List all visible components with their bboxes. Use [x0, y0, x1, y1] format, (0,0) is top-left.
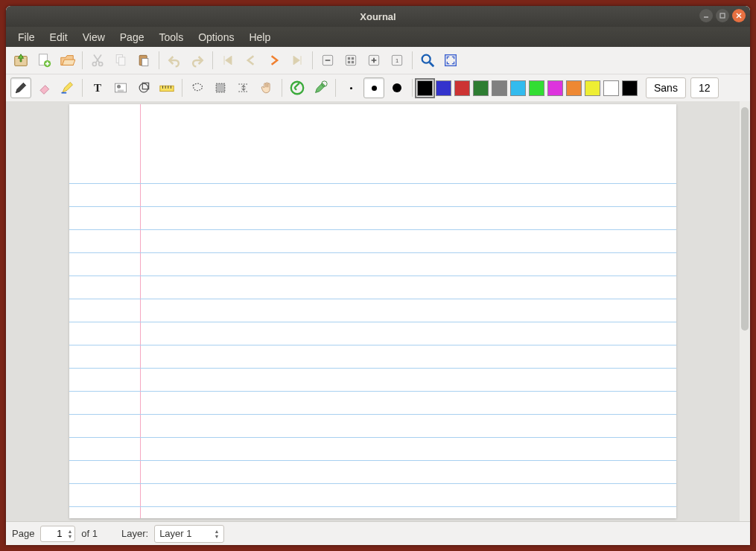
menu-file[interactable]: File	[10, 28, 42, 46]
spinner-arrows-icon[interactable]: ▲▼	[65, 529, 74, 539]
select-lasso-tool[interactable]	[187, 77, 208, 98]
main-toolbar: 1	[6, 47, 750, 74]
fullscreen-button[interactable]	[440, 50, 461, 71]
text-tool[interactable]: T	[87, 77, 108, 98]
font-group: Sans 12	[646, 77, 719, 98]
svg-rect-34	[160, 86, 174, 91]
svg-rect-17	[352, 57, 354, 60]
dot-icon	[393, 83, 401, 92]
rule-line	[69, 252, 676, 253]
page-width-button[interactable]	[340, 50, 361, 71]
layer-label: Layer:	[121, 528, 148, 539]
paper-wrap	[6, 101, 740, 521]
cut-button	[87, 50, 108, 71]
medium-thickness[interactable]	[363, 77, 384, 98]
rule-line	[69, 483, 676, 484]
status-bar: Page ▲▼ of 1 Layer: Layer 1 ▲▼	[6, 521, 750, 545]
color-black[interactable]	[417, 80, 433, 96]
canvas-area	[6, 101, 750, 521]
color-black2[interactable]	[622, 80, 638, 96]
paste-button[interactable]	[133, 50, 154, 71]
color-lightgreen[interactable]	[529, 80, 544, 96]
new-button[interactable]	[34, 50, 54, 71]
page-of-label: of 1	[81, 528, 98, 539]
window-title: Xournal	[6, 11, 750, 22]
set-zoom-button[interactable]: 1	[387, 50, 407, 71]
menu-tools[interactable]: Tools	[151, 28, 191, 46]
shape-recognizer-tool[interactable]	[133, 77, 154, 98]
page-label: Page	[12, 528, 34, 539]
rule-line	[69, 414, 676, 415]
copy-pen-button[interactable]	[310, 77, 331, 98]
rule-line	[69, 229, 676, 230]
rule-line	[69, 322, 676, 322]
save-button[interactable]	[10, 50, 31, 71]
window-controls	[699, 9, 746, 22]
vertical-scrollbar[interactable]	[740, 101, 750, 521]
svg-point-31	[117, 85, 121, 89]
menu-edit[interactable]: Edit	[42, 28, 75, 46]
rule-line	[69, 276, 676, 276]
rule-line	[69, 506, 676, 507]
layer-combo[interactable]: Layer 1 ▲▼	[154, 525, 224, 543]
svg-rect-1	[720, 13, 725, 18]
font-size-button[interactable]: 12	[690, 77, 719, 98]
rule-line	[69, 437, 676, 438]
tools-toolbar: T Sans 12	[6, 74, 750, 101]
open-button[interactable]	[57, 50, 77, 71]
fine-thickness[interactable]	[340, 77, 361, 98]
font-name-button[interactable]: Sans	[646, 77, 686, 98]
color-green[interactable]	[473, 80, 489, 96]
rule-line	[69, 345, 676, 345]
zoom-in-button[interactable]	[363, 50, 384, 71]
combo-arrows-icon: ▲▼	[215, 529, 220, 539]
highlighter-tool[interactable]	[57, 77, 77, 98]
svg-line-26	[430, 63, 434, 67]
maximize-button[interactable]	[716, 9, 729, 22]
svg-rect-18	[348, 61, 350, 63]
image-tool[interactable]	[110, 77, 131, 98]
title-bar: Xournal	[6, 6, 750, 27]
svg-text:T: T	[94, 82, 101, 94]
eraser-tool[interactable]	[34, 77, 54, 98]
color-orange[interactable]	[566, 80, 582, 96]
menu-options[interactable]: Options	[191, 28, 241, 46]
thick-thickness[interactable]	[387, 77, 407, 98]
color-magenta[interactable]	[547, 80, 563, 96]
vertical-space-tool[interactable]	[233, 77, 254, 98]
color-yellow[interactable]	[585, 80, 600, 96]
page-spinner[interactable]: ▲▼	[40, 526, 75, 542]
color-red[interactable]	[454, 80, 470, 96]
magnifier-button[interactable]	[417, 50, 438, 71]
close-button[interactable]	[732, 9, 746, 22]
minimize-button[interactable]	[699, 9, 713, 22]
page-input[interactable]	[41, 528, 65, 539]
svg-rect-12	[142, 59, 148, 66]
select-rect-tool[interactable]	[210, 77, 231, 98]
svg-point-32	[139, 83, 148, 92]
rule-line	[69, 391, 676, 392]
next-page-button[interactable]	[264, 50, 285, 71]
color-white[interactable]	[603, 80, 619, 96]
default-pen-button[interactable]	[287, 77, 308, 98]
layer-combo-value: Layer 1	[159, 528, 191, 539]
menu-help[interactable]: Help	[241, 28, 278, 46]
menu-page[interactable]: Page	[112, 28, 152, 46]
first-page-button	[217, 50, 238, 71]
pen-tool[interactable]	[10, 77, 31, 98]
redo-button	[187, 50, 208, 71]
color-lightblue[interactable]	[510, 80, 526, 96]
margin-line	[140, 104, 141, 518]
rule-line	[69, 206, 676, 207]
menu-view[interactable]: View	[75, 28, 112, 46]
zoom-out-button[interactable]	[317, 50, 338, 71]
dot-icon	[350, 87, 352, 89]
ruler-tool[interactable]	[156, 77, 177, 98]
color-gray[interactable]	[492, 80, 507, 96]
hand-tool[interactable]	[256, 77, 277, 98]
copy-button	[110, 50, 131, 71]
undo-button	[164, 50, 185, 71]
scrollbar-thumb[interactable]	[741, 107, 749, 331]
color-blue[interactable]	[436, 80, 451, 96]
paper[interactable]	[69, 104, 676, 518]
